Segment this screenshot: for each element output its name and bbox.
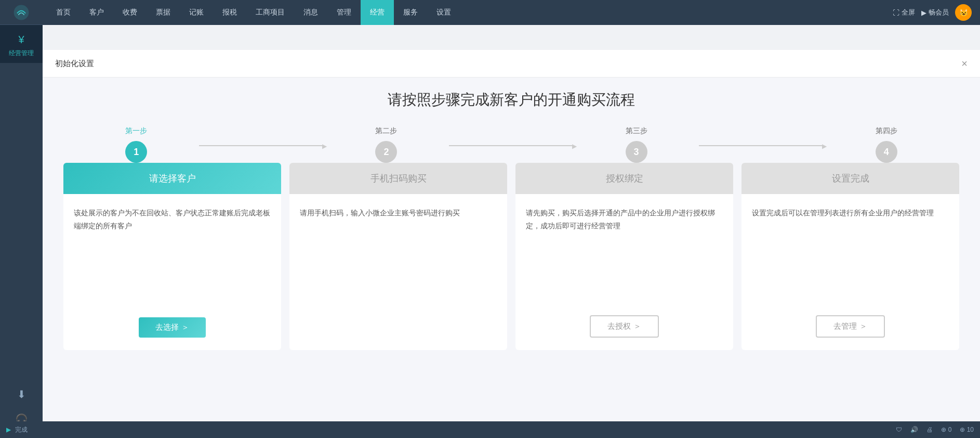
fullscreen-btn[interactable]: ⛶ 全屏 — [893, 8, 915, 17]
step4-header: 第四步 4 — [824, 126, 949, 163]
status-text: 完成 — [15, 426, 28, 434]
main-content: 初始化设置 × 请按照步骤完成新客户的开通购买流程 第一步 1 ▶ 第二步 — [43, 50, 980, 438]
step3-header: 第三步 3 — [574, 126, 699, 163]
update-count: ⊕ 10 — [960, 426, 974, 433]
nav-manage[interactable]: 管理 — [327, 0, 361, 25]
step4-card-header: 设置完成 — [741, 163, 959, 194]
sidebar-item-label: 经营管理 — [9, 49, 34, 58]
shield-icon: 🛡 — [896, 426, 902, 433]
step3-action-btn[interactable]: 去授权 ＞ — [590, 315, 658, 338]
step3-card-footer: 去授权 ＞ — [515, 307, 733, 350]
step1-label: 第一步 — [125, 126, 147, 136]
status-bar-right: 🛡 🔊 🖨 ⊕ 0 ⊕ 10 — [896, 426, 974, 433]
nav-service[interactable]: 服务 — [394, 0, 427, 25]
step4-card-footer: 去管理 ＞ — [741, 307, 959, 350]
volume-icon: 🔊 — [910, 426, 918, 433]
step4-card-body: 设置完成后可以在管理列表进行所有企业用户的经营管理 — [741, 194, 959, 307]
step1-card-header: 请选择客户 — [63, 163, 281, 194]
close-button[interactable]: × — [961, 58, 968, 69]
sidebar-logo — [0, 0, 43, 25]
page-header: 初始化设置 × — [43, 50, 980, 78]
nav-customer[interactable]: 客户 — [80, 0, 113, 25]
step2-card-body: 请用手机扫码，输入小微企业主账号密码进行购买 — [289, 194, 507, 329]
yuan-icon: ¥ — [14, 32, 29, 47]
fullscreen-icon: ⛶ — [893, 9, 899, 17]
step2-circle: 2 — [375, 141, 397, 163]
step1-header: 第一步 1 — [74, 126, 199, 163]
page-title: 初始化设置 — [55, 59, 94, 69]
cards-row: 请选择客户 该处展示的客户为不在回收站、客户状态正常建账后完成老板端绑定的所有客… — [63, 163, 959, 350]
status-bar: ▶ 完成 🛡 🔊 🖨 ⊕ 0 ⊕ 10 — [0, 421, 980, 438]
step4-action-btn[interactable]: 去管理 ＞ — [816, 315, 884, 338]
vip-btn[interactable]: ▶ 畅会员 — [921, 8, 949, 17]
play-icon: ▶ — [921, 9, 926, 17]
step1-card-footer: 去选择 ＞ — [63, 309, 281, 350]
nav-invoice[interactable]: 票据 — [147, 0, 180, 25]
avatar[interactable]: 😺 — [955, 4, 972, 21]
notif-count: ⊕ 0 — [941, 426, 951, 433]
nav-biz[interactable]: 工商项目 — [246, 0, 294, 25]
nav-right: ⛶ 全屏 ▶ 畅会员 😺 — [893, 4, 980, 21]
step2-header: 第二步 2 — [324, 126, 449, 163]
nav-payment[interactable]: 收费 — [113, 0, 147, 25]
step4-card: 设置完成 设置完成后可以在管理列表进行所有企业用户的经营管理 去管理 ＞ — [741, 163, 959, 350]
step1-circle: 1 — [125, 141, 147, 163]
nav-home[interactable]: 首页 — [47, 0, 80, 25]
step3-card-body: 请先购买，购买后选择开通的产品中的企业用户进行授权绑定，成功后即可进行经营管理 — [515, 194, 733, 307]
step4-circle: 4 — [876, 141, 897, 163]
nav-settings[interactable]: 设置 — [427, 0, 460, 25]
step-arrow-3: ▶ — [699, 126, 824, 146]
step3-card-header: 授权绑定 — [515, 163, 733, 194]
step3-label: 第三步 — [626, 126, 647, 136]
vip-label: 畅会员 — [929, 8, 949, 17]
step2-card-footer — [289, 329, 507, 350]
step-arrow-2: ▶ — [449, 126, 574, 146]
fullscreen-label: 全屏 — [902, 8, 915, 17]
step1-card: 请选择客户 该处展示的客户为不在回收站、客户状态正常建账后完成老板端绑定的所有客… — [63, 163, 281, 350]
step3-circle: 3 — [626, 141, 647, 163]
nav-tax[interactable]: 报税 — [213, 0, 246, 25]
content-area: 请按照步骤完成新客户的开通购买流程 第一步 1 ▶ 第二步 2 — [43, 78, 980, 363]
step2-card: 手机扫码购买 请用手机扫码，输入小微企业主账号密码进行购买 — [289, 163, 507, 350]
download-icon[interactable]: ⬇ — [11, 384, 32, 405]
top-nav: 首页 客户 收费 票据 记账 报税 工商项目 消息 管理 经营 服务 设置 ⛶ … — [0, 0, 980, 25]
print-icon: 🖨 — [926, 426, 933, 433]
sidebar-item-jingying[interactable]: ¥ 经营管理 — [0, 25, 43, 63]
step4-label: 第四步 — [876, 126, 897, 136]
step1-card-body: 该处展示的客户为不在回收站、客户状态正常建账后完成老板端绑定的所有客户 — [63, 194, 281, 309]
main-title: 请按照步骤完成新客户的开通购买流程 — [63, 90, 959, 110]
step2-label: 第二步 — [375, 126, 397, 136]
nav-accounting[interactable]: 记账 — [180, 0, 213, 25]
step2-card-header: 手机扫码购买 — [289, 163, 507, 194]
step3-card: 授权绑定 请先购买，购买后选择开通的产品中的企业用户进行授权绑定，成功后即可进行… — [515, 163, 733, 350]
sidebar: ¥ 经营管理 ⬇ 🎧 — [0, 0, 43, 438]
step1-action-btn[interactable]: 去选择 ＞ — [139, 317, 205, 338]
step-arrow-1: ▶ — [199, 126, 324, 146]
nav-jingying[interactable]: 经营 — [361, 0, 394, 25]
play-status-icon: ▶ — [6, 426, 11, 433]
nav-message[interactable]: 消息 — [294, 0, 327, 25]
